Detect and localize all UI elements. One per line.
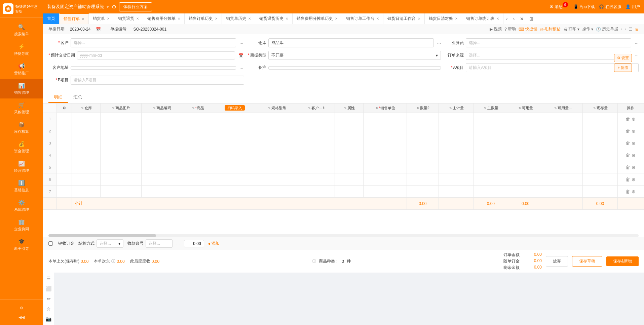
tab-fee-history[interactable]: 销售费用分摊单历史 ✕ [293,13,342,24]
remark-input[interactable] [268,66,441,70]
sidebar-expand-btn[interactable]: ◀◀ [0,313,43,322]
sidebar-item-inventory[interactable]: 📦 库存核算 [0,118,43,137]
right-tool-2[interactable]: ⬜ [44,284,53,293]
bank-ellipsis[interactable]: ··· [176,241,180,246]
col-code[interactable]: ⇅商品编码 [141,104,182,113]
col-main-qty[interactable]: ⇅主数量 [473,104,508,113]
tab-close-icon[interactable]: ✕ [82,17,84,21]
add-item-btn[interactable]: ● 添加 [208,241,220,246]
sidebar-item-marketing[interactable]: 📢 营销推广 [0,59,43,79]
row-6-delete-icon[interactable]: 🗑 [626,177,630,182]
bank-account-select[interactable]: 选择... [146,239,173,248]
tab-home[interactable]: 首页 [43,13,60,24]
tab-sales-bill[interactable]: 销货单 ✕ [89,13,114,24]
row-4-copy-icon[interactable]: ⊕ [632,153,636,158]
col-available2[interactable]: ⇅可用量... [543,104,583,113]
col-warehouse[interactable]: ⇅仓库 [72,104,100,113]
op-dropdown-icon[interactable]: ▾ [591,27,593,32]
col-spec[interactable]: ⇅规格型号 [256,104,297,113]
tab-return-history[interactable]: 销货退货历史 ✕ [255,13,293,24]
discard-btn[interactable]: 放弃 [546,256,568,267]
tab-close-icon-4[interactable]: ✕ [178,17,180,21]
row-3-delete-icon[interactable]: 🗑 [626,140,630,146]
row-5-copy-icon[interactable]: ⊕ [632,165,636,170]
message-btn[interactable]: ✉ 消息 9 [550,4,569,10]
sidebar-item-quick[interactable]: ⚡ 快捷导航 [0,40,43,59]
row-1-unit[interactable] [364,113,407,125]
invoice-select[interactable]: 不开票 ▾ [268,51,441,60]
tab-close-icon-5[interactable]: ✕ [215,17,218,21]
row-2-delete-icon[interactable]: 🗑 [626,128,630,134]
a-project-input[interactable]: 请输入A项目 [466,63,639,72]
sidebar-item-sales[interactable]: 📊 销售管理 [0,79,43,98]
one-click-checkbox-label[interactable]: 一键收订金 [48,241,74,246]
tab-expand-btn[interactable]: ⊞ [527,16,536,22]
order-source-ellipsis[interactable]: ··· [635,53,639,58]
warehouse-ellipsis-btn[interactable]: ··· [437,40,441,46]
tab-next-btn[interactable]: › [510,16,518,22]
tab-close-icon-12[interactable]: ✕ [496,17,499,21]
staff-ellipsis-btn[interactable]: ··· [635,40,639,46]
amount-input[interactable] [184,240,204,247]
sidebar-item-guide[interactable]: 🎓 新手引导 [0,235,43,254]
row-1-customer[interactable] [297,113,335,125]
detail-tab-detail[interactable]: 明细 [48,92,68,103]
add-col-btn[interactable]: + 物流 [614,64,632,72]
payment-method-select[interactable]: 选择... ▾ [97,239,123,248]
tab-close-icon-7[interactable]: ✕ [286,17,288,21]
sidebar-item-purchase[interactable]: 🛒 采购管理 [0,98,43,118]
col-unit[interactable]: ⇅*销售单位 [364,104,407,113]
col-goods[interactable]: ⇅*商品 [182,104,213,113]
sidebar-item-system[interactable]: ⚙️ 系统管理 [0,196,43,215]
row-1-qty2[interactable] [407,113,439,125]
col-qty2[interactable]: ⇅数量2 [407,104,439,113]
delivery-cal-icon[interactable]: 📅 [238,53,243,58]
tab-close-icon-9[interactable]: ✕ [376,17,379,21]
row-1-goods[interactable] [182,113,213,125]
row-7-copy-icon[interactable]: ⊕ [632,189,636,194]
sidebar-item-enterprise[interactable]: 🏢 企业协同 [0,215,43,235]
col-available[interactable]: ⇅可用量 [508,104,543,113]
tab-close-icon-2[interactable]: ✕ [107,17,110,21]
tab-close-icon-3[interactable]: ✕ [136,17,139,21]
order-source-input[interactable]: 选择... [466,51,631,60]
row-3-copy-icon[interactable]: ⊕ [632,140,636,146]
tile-view-icon[interactable]: ⊞ [635,27,639,32]
col-scan[interactable]: 扫码录入 [213,104,256,113]
tab-prev-btn[interactable]: ‹ [503,16,510,22]
tab-statistics[interactable]: 销售订单统计表 ✕ [462,13,503,24]
scrollbar-thumb[interactable] [48,234,156,237]
row-2-copy-icon[interactable]: ⊕ [632,128,636,134]
delivery-input[interactable]: yyyy-mm-dd [77,51,235,59]
print-dropdown-icon[interactable]: ▾ [577,27,579,32]
row-7-delete-icon[interactable]: 🗑 [626,189,630,194]
address-ellipsis[interactable]: ··· [239,65,243,71]
sidebar-item-basic[interactable]: ℹ️ 基础信息 [0,176,43,196]
row-4-delete-icon[interactable]: 🗑 [626,153,630,158]
profit-btn[interactable]: ◎ 毛利预估 [540,26,561,32]
print-btn[interactable]: 🖨 打印 ▾ [563,26,579,32]
shortcut-btn[interactable]: ⌨ 快捷键 [519,26,537,32]
row-1-attr[interactable] [335,113,364,125]
cal-icon[interactable]: 📅 [96,27,101,32]
tab-close-icon-11[interactable]: ✕ [455,17,458,21]
tab-fee-split[interactable]: 销售费用分摊单 ✕ [143,13,185,24]
table-scrollbar[interactable] [48,234,639,237]
sidebar-item-management[interactable]: 📈 经营管理 [0,157,43,176]
nav-prev-icon[interactable]: ‹ [621,27,622,32]
nav-next-icon[interactable]: › [625,27,626,32]
tab-close-icon-6[interactable]: ✕ [248,17,251,21]
tab-daily-reconcile[interactable]: 钱货日清对账 ✕ [425,13,462,24]
staff-input[interactable]: 选择... [466,38,631,47]
tab-workbench[interactable]: 销售订单工作台 ✕ [342,13,383,24]
tab-close-icon-10[interactable]: ✕ [418,17,420,21]
col-customer[interactable]: ⇅客户... ℹ [297,104,335,113]
operation-btn[interactable]: 操作 ▾ [582,26,593,32]
right-tool-star[interactable]: ☆ [44,304,53,314]
tab-sales-order[interactable]: 销售订单 ✕ [60,13,89,24]
view-btn[interactable]: ▶ 视频 [490,26,502,32]
row-6-copy-icon[interactable]: ⊕ [632,177,636,182]
scan-btn[interactable]: 扫码录入 [225,105,245,111]
sidebar-settings-btn[interactable]: ⚙ [0,303,43,313]
tab-close-icon-8[interactable]: ✕ [335,17,338,21]
